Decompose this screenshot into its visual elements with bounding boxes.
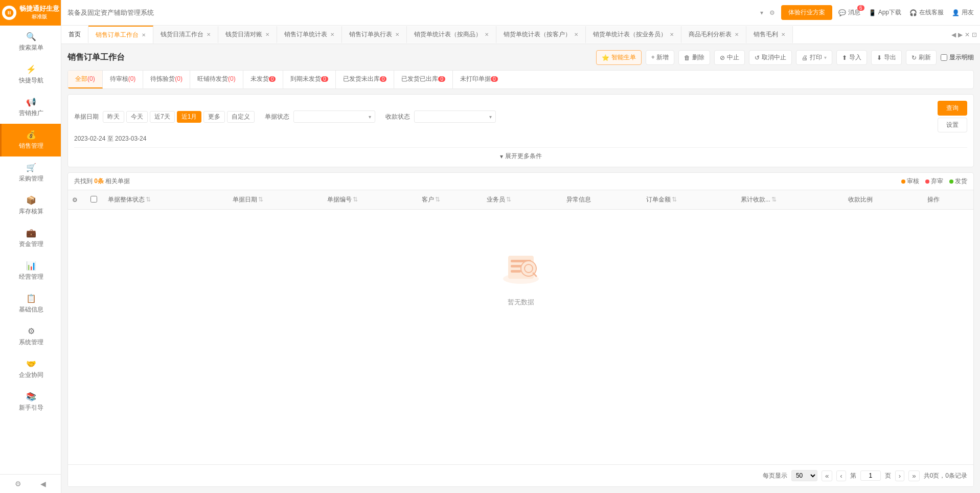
select-all-checkbox[interactable]	[90, 196, 97, 203]
sort-customer[interactable]: ⇅	[435, 196, 440, 203]
stop-btn[interactable]: ⊘ 中止	[714, 50, 745, 65]
tab-close-all[interactable]: ✕	[965, 31, 970, 38]
tab-close-icon[interactable]: ✕	[207, 32, 211, 37]
sort-staff[interactable]: ⇅	[506, 196, 511, 203]
tab-expand[interactable]: ⊡	[972, 31, 977, 38]
tab-close-icon[interactable]: ✕	[142, 32, 146, 38]
table-action-unreview[interactable]: 弃审	[925, 177, 943, 186]
sort-date[interactable]: ⇅	[258, 196, 263, 203]
tab-close-icon[interactable]: ✕	[395, 32, 399, 37]
tab-sales-stats[interactable]: 销售订单统计表 ✕	[277, 26, 342, 43]
status-select[interactable]	[293, 110, 375, 123]
expand-btn[interactable]: ▾ 展开更多条件	[500, 152, 542, 161]
filter-tab-overdue-unshipped[interactable]: 到期未发货0	[283, 71, 336, 88]
tab-close-icon[interactable]: ✕	[485, 32, 489, 37]
date-btn-1month[interactable]: 近1月	[177, 111, 202, 123]
filter-tab-pending-review[interactable]: 待审核(0)	[103, 71, 144, 88]
filter-tab-pending-inspect[interactable]: 待拣验货(0)	[143, 71, 190, 88]
tab-close-icon[interactable]: ✕	[735, 32, 739, 37]
last-page-btn[interactable]: »	[908, 470, 919, 481]
payment-select[interactable]	[414, 110, 496, 123]
show-detail-checkbox-label[interactable]: 显示明细	[941, 53, 974, 62]
sidebar-item-sales[interactable]: 💰 销售管理	[0, 124, 61, 156]
page-input[interactable]	[860, 470, 881, 481]
print-icon: 🖨	[802, 54, 808, 61]
tab-sales-workbench[interactable]: 销售订单工作台 ✕	[88, 26, 153, 43]
tab-profit-analysis[interactable]: 商品毛利分析表 ✕	[681, 26, 746, 43]
tab-cash-reconcile[interactable]: 钱货日清对账 ✕	[218, 26, 277, 43]
tab-sales-summary-customer[interactable]: 销货单统计表（按客户） ✕	[496, 26, 586, 43]
cancel-stop-btn[interactable]: ↺ 取消中止	[749, 50, 792, 65]
date-btn-today[interactable]: 今天	[126, 111, 148, 123]
smart-btn[interactable]: ⭐ 智能生单	[596, 50, 642, 65]
filter-tab-shipped-out[interactable]: 已发货已出库0	[394, 71, 453, 88]
filter-tab-wangpu[interactable]: 旺铺待发货(0)	[190, 71, 243, 88]
tab-sales-exec[interactable]: 销售订单执行表 ✕	[342, 26, 407, 43]
date-btn-custom[interactable]: 自定义	[227, 111, 255, 123]
filter-tab-unshipped[interactable]: 未发货0	[243, 71, 284, 88]
add-btn[interactable]: + 新增	[646, 50, 674, 65]
sidebar-item-inventory[interactable]: 📦 库存核算	[0, 189, 61, 222]
tab-sales-profit[interactable]: 销售毛利 ✕	[746, 26, 793, 43]
filter-tab-unprinted[interactable]: 未打印单据0	[453, 71, 505, 88]
query-btn[interactable]: 查询	[938, 101, 967, 116]
topbar-settings-icon[interactable]: ⚙	[769, 9, 775, 16]
print-btn[interactable]: 🖨 打印 ▾	[796, 50, 832, 65]
sidebar-item-system[interactable]: ⚙ 系统管理	[0, 320, 61, 353]
trial-btn[interactable]: 体验行业方案	[781, 5, 832, 20]
sort-number[interactable]: ⇅	[353, 196, 358, 203]
tab-close-icon[interactable]: ✕	[781, 32, 785, 37]
topbar-dropdown-arrow[interactable]: ▾	[760, 9, 763, 16]
date-btn-7days[interactable]: 近7天	[150, 111, 175, 123]
first-page-btn[interactable]: «	[822, 470, 832, 481]
sort-status[interactable]: ⇅	[146, 196, 151, 203]
date-btn-more[interactable]: 更多	[203, 111, 225, 123]
show-detail-checkbox[interactable]	[941, 54, 947, 61]
search-settings-btn[interactable]: 设置	[938, 118, 967, 132]
tab-nav-next[interactable]: ▶	[958, 31, 963, 38]
tab-close-icon[interactable]: ✕	[574, 32, 578, 37]
prev-page-btn[interactable]: ‹	[836, 470, 846, 481]
sort-collected[interactable]: ⇅	[771, 196, 777, 203]
tab-close-icon[interactable]: ✕	[330, 32, 334, 37]
table-action-ship[interactable]: 发货	[949, 177, 967, 186]
topbar-msg[interactable]: 💬 消息 6	[838, 8, 860, 17]
sidebar-item-operation[interactable]: 📊 经营管理	[0, 255, 61, 287]
filter-tab-shipped-not-out[interactable]: 已发货未出库0	[336, 71, 395, 88]
sidebar-item-quick-nav[interactable]: ⚡ 快捷导航	[0, 58, 61, 91]
sidebar-item-finance[interactable]: 💼 资金管理	[0, 222, 61, 255]
tab-sales-summary-product[interactable]: 销货单统计表（按商品） ✕	[407, 26, 496, 43]
tab-close-icon[interactable]: ✕	[670, 32, 674, 37]
export-btn[interactable]: ⬇ 导出	[871, 50, 902, 65]
print-dropdown-arrow: ▾	[824, 55, 827, 60]
sidebar-item-enterprise[interactable]: 🤝 企业协同	[0, 353, 61, 386]
per-page-select[interactable]: 50 20 100	[791, 470, 817, 481]
date-btn-yesterday[interactable]: 昨天	[103, 111, 124, 123]
sort-amount[interactable]: ⇅	[672, 196, 677, 203]
sidebar-item-guide[interactable]: 📚 新手引导	[0, 386, 61, 418]
tab-close-icon[interactable]: ✕	[265, 32, 269, 37]
tab-nav-prev[interactable]: ◀	[951, 31, 956, 38]
delete-btn[interactable]: 🗑 删除	[678, 50, 710, 65]
next-page-btn[interactable]: ›	[895, 470, 904, 481]
sidebar-collapse-btn[interactable]: ◀	[40, 480, 46, 488]
table-action-review[interactable]: 审核	[901, 177, 919, 186]
filter-tab-all[interactable]: 全部(0)	[68, 71, 103, 88]
chart-icon: 📊	[26, 261, 36, 271]
tab-sales-summary-staff[interactable]: 销货单统计表（按业务员） ✕	[586, 26, 681, 43]
th-checkbox[interactable]	[83, 190, 104, 210]
tab-home[interactable]: 首页	[61, 26, 88, 43]
topbar-app-download[interactable]: 📱 App下载	[869, 8, 901, 17]
sidebar-item-search[interactable]: 🔍 搜索菜单	[0, 26, 61, 58]
sidebar-item-marketing[interactable]: 📢 营销推广	[0, 91, 61, 124]
sidebar-settings-btn[interactable]: ⚙	[15, 480, 21, 488]
add-btn-label: + 新增	[651, 53, 669, 62]
topbar-user[interactable]: 👤 用友	[952, 8, 974, 17]
import-btn[interactable]: ⬆ 导入	[836, 50, 867, 65]
sidebar-item-purchase[interactable]: 🛒 采购管理	[0, 156, 61, 189]
sidebar-item-basic[interactable]: 📋 基础信息	[0, 287, 61, 320]
topbar-online-service[interactable]: 🎧 在线客服	[909, 8, 944, 17]
tab-cash-daily[interactable]: 钱货日清工作台 ✕	[153, 26, 218, 43]
th-settings[interactable]: ⚙	[68, 190, 83, 210]
refresh-btn[interactable]: ↻ 刷新	[906, 50, 937, 65]
